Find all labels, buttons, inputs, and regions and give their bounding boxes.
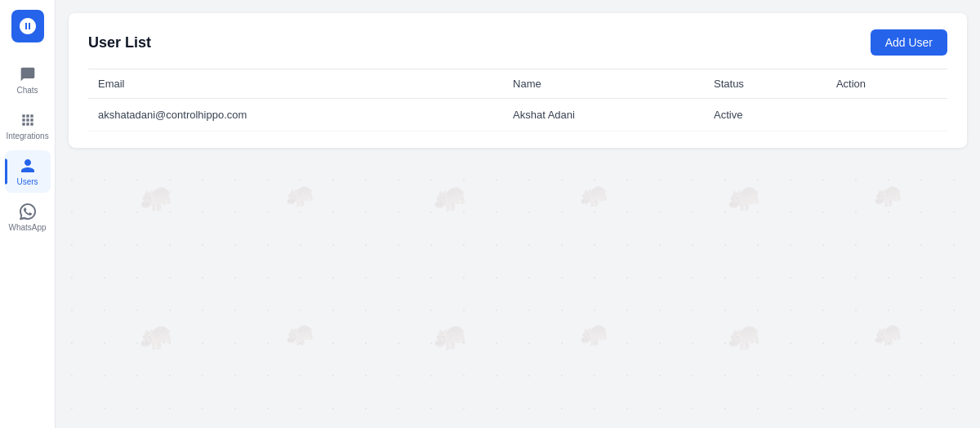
sidebar-item-integrations[interactable]: Integrations <box>5 105 51 147</box>
table-body: akshatadani@controlhippo.com Akshat Adan… <box>88 99 947 132</box>
sidebar-item-users-label: Users <box>16 177 38 186</box>
main-content: 🦛 🦛 🦛 🦛 🦛 🦛 🦛 🦛 🦛 🦛 🦛 🦛 🦛 🦛 🦛 🦛 🦛 🦛 User… <box>56 0 980 428</box>
table-header-row: Email Name Status Action <box>88 69 947 99</box>
sidebar-item-integrations-label: Integrations <box>6 132 48 140</box>
col-status: Status <box>704 69 826 99</box>
logo-icon <box>18 16 38 36</box>
table-row: akshatadani@controlhippo.com Akshat Adan… <box>88 99 947 132</box>
app-logo[interactable] <box>11 10 44 42</box>
cell-name: Akshat Adani <box>503 99 704 132</box>
sidebar: Chats Integrations Users WhatsApp <box>0 0 56 428</box>
cell-status: Active <box>704 99 826 132</box>
user-list-panel: User List Add User Email Name Status Act… <box>69 13 967 148</box>
add-user-button[interactable]: Add User <box>871 29 947 56</box>
col-action: Action <box>826 69 947 99</box>
sidebar-item-chats-label: Chats <box>16 86 38 95</box>
sidebar-item-users[interactable]: Users <box>5 150 51 193</box>
col-name: Name <box>503 69 704 99</box>
cell-email: akshatadani@controlhippo.com <box>88 99 503 132</box>
page-title: User List <box>88 34 151 51</box>
integrations-icon <box>19 111 37 129</box>
col-email: Email <box>88 69 503 99</box>
user-table: Email Name Status Action akshatadani@con… <box>88 69 947 132</box>
cell-action <box>826 99 947 132</box>
table-header: Email Name Status Action <box>88 69 947 99</box>
sidebar-item-whatsapp-label: WhatsApp <box>8 223 46 232</box>
chat-icon <box>19 65 37 83</box>
users-icon <box>19 157 37 175</box>
panel-header: User List Add User <box>88 29 947 56</box>
whatsapp-icon <box>19 203 37 221</box>
sidebar-item-whatsapp[interactable]: WhatsApp <box>5 196 51 239</box>
sidebar-item-chats[interactable]: Chats <box>5 59 51 101</box>
